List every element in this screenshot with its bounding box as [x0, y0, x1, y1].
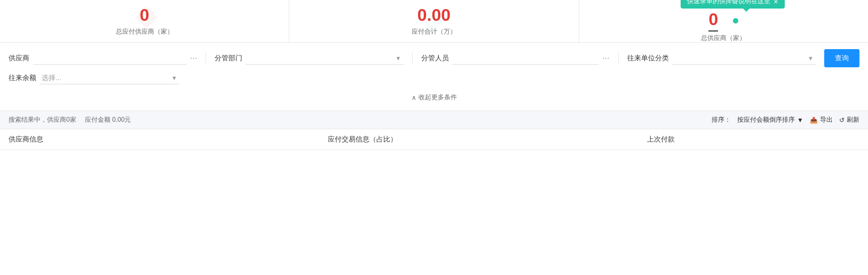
- department-select-wrapper: ▼: [246, 52, 403, 65]
- svg-point-3: [439, 16, 444, 22]
- filter-area: 供应商 ··· 分管部门 ▼ 分管人员 ···: [0, 43, 868, 111]
- tooltip-bubble: 快速录单的快捭键说明在这里 ×: [681, 0, 784, 9]
- stat-label-total-suppliers: 总供应商（家）: [701, 34, 746, 43]
- svg-rect-0: [135, 6, 157, 28]
- stats-bar: 0 总应付供应商（家） 0.00 应付合计（万）: [0, 0, 868, 43]
- results-bar: 搜索结果中，供应商0家 应付金额 0.00元 排序： 按应付会额倒序排序 ▼ 📤…: [0, 111, 868, 129]
- unit-category-label: 往来单位分类: [627, 53, 669, 63]
- manager-label: 分管人员: [421, 53, 449, 63]
- filter-item-unit-category: 往来单位分类 ▼: [627, 52, 816, 65]
- col-header-payable: 应付交易信息（占比）: [328, 135, 647, 144]
- supplier-dots[interactable]: ···: [190, 53, 197, 63]
- stat-payable-total: 0.00 应付合计（万）: [289, 0, 579, 42]
- tooltip-container: 快速录单的快捭键说明在这里 × 0 总供应商（家）: [701, 0, 746, 43]
- collapse-container: ∧ 收起更多条件: [9, 89, 859, 106]
- divider-1: [206, 52, 206, 65]
- sort-value: 按应付会额倒序排序: [737, 115, 795, 124]
- balance-select[interactable]: 选择...: [40, 72, 179, 84]
- collapse-icon: ∧: [412, 94, 416, 101]
- supplier-input[interactable]: [33, 52, 187, 64]
- tooltip-text: 快速录单的快捭键说明在这里: [687, 0, 770, 6]
- query-button[interactable]: 查询: [824, 49, 859, 67]
- results-right: 排序： 按应付会额倒序排序 ▼ 📤 导出 ↺ 刷新: [712, 115, 859, 124]
- divider-3: [618, 52, 619, 65]
- table-header: 供应商信息 应付交易信息（占比） 上次付款: [0, 129, 868, 150]
- supplier-input-wrapper: [33, 52, 187, 65]
- collapse-button[interactable]: ∧ 收起更多条件: [412, 91, 457, 104]
- filter-row-1: 供应商 ··· 分管部门 ▼ 分管人员 ···: [9, 49, 859, 67]
- col-header-last-payment: 上次付款: [647, 135, 860, 144]
- filter-item-balance: 往来余额 选择... ▼: [9, 72, 179, 84]
- search-info: 搜索结果中，供应商0家: [9, 115, 76, 124]
- amount-info: 应付金额 0.00元: [85, 115, 131, 124]
- sort-chevron: ▼: [797, 116, 803, 124]
- balance-select-wrapper: 选择... ▼: [40, 72, 179, 84]
- table-body: [0, 150, 868, 275]
- refresh-label: 刷新: [847, 115, 859, 124]
- export-icon: 📤: [810, 116, 818, 124]
- department-select[interactable]: [246, 52, 403, 64]
- collapse-label: 收起更多条件: [419, 93, 457, 102]
- tooltip-dot: [733, 18, 738, 23]
- diamond-icon-bg: [129, 4, 161, 38]
- supplier-label: 供应商: [9, 53, 30, 63]
- stat-total-payable-suppliers: 0 总应付供应商（家）: [0, 0, 289, 42]
- sort-label: 排序：: [712, 115, 731, 124]
- filter-item-supplier: 供应商 ···: [9, 52, 197, 65]
- tooltip-close-btn[interactable]: ×: [774, 0, 778, 6]
- svg-rect-6: [434, 28, 437, 32]
- svg-point-4: [429, 16, 431, 18]
- export-label: 导出: [820, 115, 833, 124]
- unit-category-select-wrapper: ▼: [672, 52, 816, 65]
- refresh-button[interactable]: ↺ 刷新: [839, 115, 859, 124]
- department-label: 分管部门: [215, 53, 242, 63]
- col-header-supplier: 供应商信息: [9, 135, 328, 144]
- filter-item-manager: 分管人员 ···: [421, 52, 610, 65]
- piggy-icon-bg: [418, 4, 450, 38]
- balance-label: 往来余额: [9, 73, 36, 83]
- stat-total-suppliers: 快速录单的快捭键说明在这里 × 0 总供应商（家）: [579, 0, 868, 42]
- manager-dots[interactable]: ···: [602, 53, 609, 63]
- unit-category-select[interactable]: [672, 52, 816, 64]
- sort-select[interactable]: 按应付会额倒序排序 ▼: [737, 115, 803, 124]
- manager-input[interactable]: [452, 52, 599, 64]
- svg-point-2: [424, 12, 441, 29]
- divider-2: [412, 52, 413, 65]
- stat-number-total-suppliers: 0: [708, 10, 718, 31]
- export-button[interactable]: 📤 导出: [810, 115, 833, 124]
- filter-row-2: 往来余额 选择... ▼: [9, 72, 179, 84]
- results-left: 搜索结果中，供应商0家 应付金额 0.00元: [9, 115, 131, 124]
- refresh-icon: ↺: [839, 116, 845, 124]
- svg-rect-5: [430, 28, 432, 32]
- filter-item-department: 分管部门 ▼: [215, 52, 403, 65]
- manager-input-wrapper: [452, 52, 599, 65]
